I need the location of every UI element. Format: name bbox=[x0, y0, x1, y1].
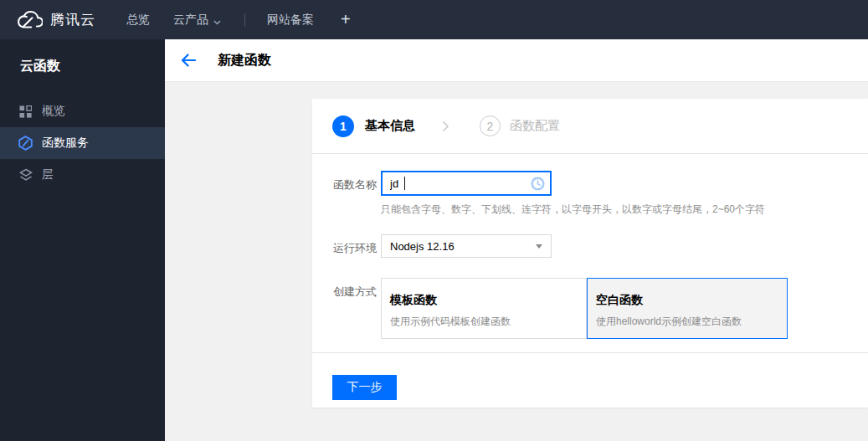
sidebar-item-function-service[interactable]: 函数服务 bbox=[0, 127, 165, 159]
step-1-badge: 1 bbox=[332, 115, 354, 137]
page-header: 新建函数 bbox=[165, 39, 868, 82]
tencent-cloud-brand[interactable]: 腾讯云 bbox=[15, 10, 95, 29]
option-description: 使用示例代码模板创建函数 bbox=[390, 315, 586, 329]
top-navigation-bar: 腾讯云 总览 云产品 网站备案 + bbox=[0, 0, 868, 39]
sidebar-item-label: 层 bbox=[42, 167, 54, 182]
function-name-helper-text: 只能包含字母、数字、下划线、连字符，以字母开头，以数字或字母结尾，2~60个字符 bbox=[381, 203, 765, 217]
chevron-down-icon bbox=[213, 14, 221, 28]
step-2-label: 函数配置 bbox=[510, 118, 560, 134]
create-function-card: 1 基本信息 2 函数配置 函数名称 bbox=[312, 99, 868, 408]
next-step-button[interactable]: 下一步 bbox=[332, 375, 397, 400]
nav-divider bbox=[244, 13, 245, 27]
sidebar-item-label: 概览 bbox=[42, 104, 65, 119]
runtime-select[interactable]: Nodejs 12.16 bbox=[381, 234, 552, 258]
grid-icon bbox=[18, 104, 33, 119]
runtime-selected-value: Nodejs 12.16 bbox=[390, 240, 455, 253]
basic-info-form: 函数名称 bbox=[312, 154, 868, 352]
nav-item-icp-filing[interactable]: 网站备案 bbox=[267, 13, 314, 28]
brand-name: 腾讯云 bbox=[50, 10, 95, 29]
function-name-row: 函数名称 bbox=[333, 171, 848, 234]
step-indicator: 1 基本信息 2 函数配置 bbox=[312, 99, 868, 154]
creation-method-label: 创建方式 bbox=[333, 278, 381, 339]
content-area: 1 基本信息 2 函数配置 函数名称 bbox=[165, 82, 868, 441]
nav-add-button[interactable]: + bbox=[341, 10, 351, 29]
option-description: 使用helloworld示例创建空白函数 bbox=[596, 315, 787, 329]
step-1-label: 基本信息 bbox=[365, 118, 415, 134]
tencent-cloud-logo-icon bbox=[15, 10, 43, 29]
top-nav-menu: 总览 云产品 网站备案 + bbox=[126, 10, 351, 29]
back-button[interactable] bbox=[178, 50, 198, 70]
creation-method-options: 模板函数 使用示例代码模板创建函数 空白函数 使用helloworld示例创建空… bbox=[381, 278, 788, 339]
runtime-label: 运行环境 bbox=[333, 234, 381, 278]
option-title: 空白函数 bbox=[596, 293, 787, 308]
page-title: 新建函数 bbox=[218, 52, 271, 69]
sidebar-product-title: 云函数 bbox=[0, 39, 165, 95]
nav-item-overview[interactable]: 总览 bbox=[126, 13, 150, 28]
sidebar-item-label: 函数服务 bbox=[42, 136, 89, 151]
step-2-badge: 2 bbox=[480, 115, 501, 136]
form-footer: 下一步 bbox=[312, 352, 868, 408]
option-template-function[interactable]: 模板函数 使用示例代码模板创建函数 bbox=[381, 278, 587, 339]
step-separator-chevron-icon bbox=[442, 121, 449, 132]
sidebar-item-layers[interactable]: 层 bbox=[0, 159, 165, 191]
function-name-input[interactable] bbox=[381, 171, 552, 196]
runtime-row: 运行环境 Nodejs 12.16 bbox=[333, 234, 848, 278]
sidebar: 云函数 概览 函数服务 bbox=[0, 39, 165, 441]
layers-icon bbox=[18, 167, 33, 182]
nav-item-cloud-products[interactable]: 云产品 bbox=[173, 13, 221, 28]
sidebar-item-overview[interactable]: 概览 bbox=[0, 95, 165, 127]
creation-method-row: 创建方式 模板函数 使用示例代码模板创建函数 空白函数 使用helloworld… bbox=[333, 278, 848, 339]
function-hexagon-icon bbox=[18, 136, 33, 151]
back-arrow-icon bbox=[181, 54, 196, 67]
function-name-label: 函数名称 bbox=[333, 171, 381, 234]
text-caret bbox=[404, 177, 405, 190]
option-title: 模板函数 bbox=[390, 293, 586, 308]
caret-down-icon bbox=[536, 244, 542, 249]
option-blank-function[interactable]: 空白函数 使用helloworld示例创建空白函数 bbox=[587, 278, 788, 339]
